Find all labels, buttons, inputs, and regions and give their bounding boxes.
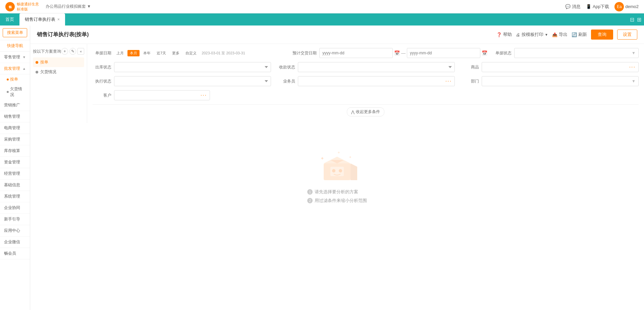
edit-scheme-button[interactable]: ✎ xyxy=(69,48,76,55)
svg-text:✦: ✦ xyxy=(349,155,352,159)
empty-state: ✦ ✦ ✦ 1 请先选择要分析的方案 2 用过滤条 xyxy=(30,123,644,230)
sidebar-item-inventory[interactable]: 库存核算 xyxy=(0,145,30,157)
active-dot-icon xyxy=(7,79,9,81)
page-container: 销售订单执行表(按单) ❓ 帮助 🖨 按模板打印 ▼ 📤 导出 xyxy=(30,25,644,310)
scheme-item-order[interactable]: 按单 xyxy=(33,57,84,67)
date-tag-7days[interactable]: 近7天 xyxy=(154,50,168,56)
goods-picker[interactable]: ··· xyxy=(482,62,639,72)
date-end-input[interactable] xyxy=(407,48,480,58)
collapse-scheme-button[interactable]: « xyxy=(77,48,84,55)
svg-text:✦: ✦ xyxy=(337,150,340,155)
collapse-filters-button[interactable]: ⋀ 收起更多条件 xyxy=(347,107,384,116)
tip-number-2: 2 xyxy=(307,198,313,203)
message-button[interactable]: 💬 消息 xyxy=(565,4,581,10)
search-menu-button[interactable]: 搜索菜单 xyxy=(3,28,27,37)
sidebar-item-finance[interactable]: 资金管理 xyxy=(0,157,30,168)
avatar: Ea xyxy=(614,2,624,11)
search-button[interactable]: 查询 xyxy=(591,30,613,40)
salesperson-label: 业务员 xyxy=(276,79,295,84)
sidebar-item-enterprise[interactable]: 企业协同 xyxy=(0,202,30,214)
status-select[interactable]: ▼ xyxy=(514,48,639,58)
sidebar-item-guide[interactable]: 新手引导 xyxy=(0,214,30,225)
tab-bar: 首页 销售订单执行表 × ⊟ ⊞ xyxy=(0,13,644,25)
filter-group-exec: 执行状态 xyxy=(93,76,271,86)
sidebar-item-sales[interactable]: 销售管理 xyxy=(0,111,30,122)
customer-picker[interactable]: ··· xyxy=(114,90,210,100)
page-title: 销售订单执行表(按单) xyxy=(37,31,89,38)
logo-text: 畅捷通好生意 标准版 xyxy=(17,2,39,11)
date-range-text: 2023-03-01 至 2023-03-31 xyxy=(202,51,245,56)
filter-row-3: 执行状态 业务员 ··· 部门 xyxy=(93,76,639,86)
empty-tip-2: 2 用过滤条件来缩小分析范围 xyxy=(307,198,367,204)
sidebar-item-apps[interactable]: 应用中心 xyxy=(0,225,30,237)
export-icon: 📤 xyxy=(552,32,557,37)
sidebar-item-operations[interactable]: 经营管理 xyxy=(0,168,30,179)
refresh-button[interactable]: 🔄 刷新 xyxy=(572,32,587,38)
svg-text:✦: ✦ xyxy=(320,156,324,161)
sidebar-nav-label: 快捷导航 xyxy=(0,40,30,52)
sidebar-item-purchase[interactable]: 采购管理 xyxy=(0,134,30,145)
help-button[interactable]: ❓ 帮助 xyxy=(496,32,512,38)
filter-group-date: 单据日期 上月 本月 本年 近7天 更多 自定义 2023-03-01 至 20… xyxy=(93,50,287,56)
date-start-input[interactable] xyxy=(319,48,393,58)
delivery-label: 出库状态 xyxy=(93,64,111,70)
help-icon: ❓ xyxy=(496,32,502,37)
export-button[interactable]: 📤 导出 xyxy=(552,32,568,38)
delivery-status-select[interactable] xyxy=(114,62,271,72)
top-header: 畅 畅捷通好生意 标准版 办公用品行业模拟账套 ▼ 💬 消息 📱 App下载 E… xyxy=(0,0,644,13)
payment-status-select[interactable] xyxy=(298,62,455,72)
svg-point-7 xyxy=(332,169,335,172)
refresh-icon: 🔄 xyxy=(572,32,577,37)
print-button[interactable]: 🖨 按模板打印 ▼ xyxy=(516,32,548,38)
chevron-up-icon: ▲ xyxy=(22,67,26,70)
settings-button[interactable]: 设置 xyxy=(617,30,637,40)
filter-area: 按以下方案查询 + ✎ « 按单 欠货情况 xyxy=(30,44,644,123)
date-tags-group: 上月 本月 本年 近7天 更多 自定义 xyxy=(114,50,199,56)
sidebar-subitem-order[interactable]: 按单 xyxy=(0,74,30,84)
filter-group-customer: 客户 ··· xyxy=(93,90,210,100)
calendar-start-icon[interactable]: 📅 xyxy=(394,50,400,56)
filter-scheme-panel: 按以下方案查询 + ✎ « 按单 欠货情况 xyxy=(30,44,87,123)
tab-sales-order[interactable]: 销售订单执行表 × xyxy=(19,13,65,25)
filter-group-dept: 部门 ▼ xyxy=(460,76,639,86)
header-left: 畅 畅捷通好生意 标准版 办公用品行业模拟账套 ▼ xyxy=(5,2,91,11)
collapse-icon: ⋀ xyxy=(351,110,355,114)
salesperson-picker[interactable]: ··· xyxy=(298,76,455,86)
tab-minimize-icon[interactable]: ⊟ xyxy=(630,16,634,23)
tab-maximize-icon[interactable]: ⊞ xyxy=(637,16,641,23)
scheme-item-backorder[interactable]: 欠货情况 xyxy=(33,67,84,77)
dept-label: 部门 xyxy=(460,79,479,84)
date-tag-this-year[interactable]: 本年 xyxy=(141,50,153,56)
app-download-button[interactable]: 📱 App下载 xyxy=(586,4,609,10)
date-tag-custom[interactable]: 自定义 xyxy=(183,50,199,56)
empty-tip-1: 1 请先选择要分析的方案 xyxy=(307,189,367,195)
filter-group-status: 单据状态 ▼ xyxy=(493,48,639,58)
date-tag-last-month[interactable]: 上月 xyxy=(114,50,126,56)
calendar-end-icon[interactable]: 📅 xyxy=(482,50,487,56)
scheme-active-dot xyxy=(36,61,38,64)
date-tag-this-month[interactable]: 本月 xyxy=(127,50,140,56)
more-dots-icon: ··· xyxy=(629,64,636,70)
sidebar-item-basic[interactable]: 基础信息 xyxy=(0,179,30,191)
date-tag-more[interactable]: 更多 xyxy=(170,50,182,56)
tab-close-icon[interactable]: × xyxy=(57,17,60,22)
sidebar-item-wholesale[interactable]: 批发管理 ▲ xyxy=(0,63,30,74)
filter-row-1: 单据日期 上月 本月 本年 近7天 更多 自定义 2023-03-01 至 20… xyxy=(93,48,639,58)
sidebar-item-member[interactable]: 畅会员 xyxy=(0,248,30,259)
dept-select[interactable]: ▼ xyxy=(482,76,639,86)
filter-group-salesperson: 业务员 ··· xyxy=(276,76,455,86)
sidebar-item-marketing[interactable]: 营销推广 xyxy=(0,100,30,111)
user-menu[interactable]: Ea demo2 xyxy=(614,2,639,11)
sidebar-item-ecommerce[interactable]: 电商管理 xyxy=(0,122,30,134)
exec-status-select[interactable] xyxy=(114,76,271,86)
print-arrow-icon: ▼ xyxy=(545,33,548,37)
main-layout: 搜索菜单 快捷导航 零售管理 ▼ 批发管理 ▲ 按单 欠货情况 营销推广 xyxy=(0,25,644,310)
sidebar-subitem-backorder[interactable]: 欠货情况 xyxy=(0,84,30,100)
breadcrumb[interactable]: 办公用品行业模拟账套 ▼ xyxy=(46,4,91,9)
tab-home[interactable]: 首页 xyxy=(0,13,19,25)
sidebar-item-wechat[interactable]: 企业微信 xyxy=(0,237,30,248)
sidebar-item-retail[interactable]: 零售管理 ▼ xyxy=(0,52,30,63)
sidebar-item-system[interactable]: 系统管理 xyxy=(0,191,30,202)
salesperson-dots-icon: ··· xyxy=(445,78,452,84)
add-scheme-button[interactable]: + xyxy=(61,48,68,55)
